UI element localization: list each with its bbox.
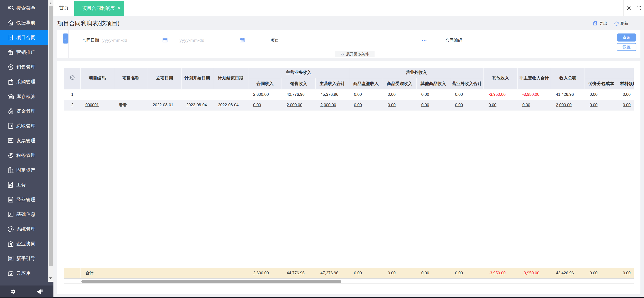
svg-text:新: 新 xyxy=(9,257,12,261)
